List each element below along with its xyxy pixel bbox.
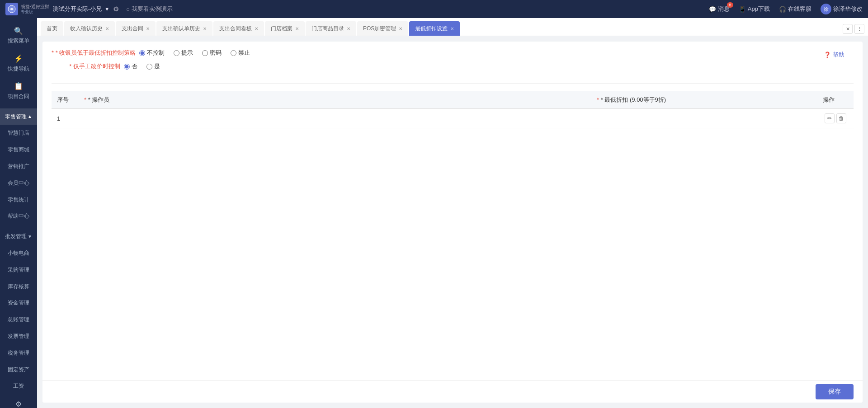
main-card: ❓ 帮助 * * 收银员低于最低折扣控制策略 不控制: [42, 42, 863, 403]
sidebar-item-payroll[interactable]: 工资: [0, 378, 37, 394]
sidebar-settings-button[interactable]: ⚙: [0, 394, 37, 408]
manual-yes-label: 是: [154, 62, 160, 70]
purchase-label: 采购管理: [8, 266, 29, 274]
sidebar-item-project[interactable]: 📋 项目合同: [0, 77, 37, 104]
tab-contract-board[interactable]: 支出合同看板 ✕: [213, 21, 264, 36]
settings-icon[interactable]: ⚙: [113, 5, 119, 13]
col-operator-header: * * 操作员: [79, 91, 591, 109]
shortcut-icon: ⚡: [14, 54, 23, 64]
sidebar-item-search[interactable]: 🔍 搜索菜单: [0, 22, 37, 49]
sidebar-item-ecommerce[interactable]: 小畅电商: [0, 245, 37, 262]
manual-label: * 仅手工改价时控制: [52, 62, 124, 70]
top-bar-right: 💬 消息 8 📱 App下载 🎧 在线客服 徐 徐泽华修改: [709, 4, 863, 14]
delete-button[interactable]: 🗑: [836, 113, 846, 123]
table-row: 1 ✏ 🗑: [52, 109, 854, 128]
policy-prohibit-radio[interactable]: [231, 50, 236, 56]
demo-link[interactable]: ○ 我要看实例演示: [126, 5, 173, 13]
sidebar-item-smart-store[interactable]: 智慧门店: [0, 125, 37, 141]
sidebar-item-finance[interactable]: 资金管理: [0, 295, 37, 311]
sidebar-item-tax[interactable]: 税务管理: [0, 345, 37, 361]
sidebar-item-online-store[interactable]: 零售商城: [0, 141, 37, 158]
project-selector[interactable]: 测试分开实际-小兄 ▼: [53, 5, 109, 13]
user-menu[interactable]: 徐 徐泽华修改: [821, 4, 863, 14]
marketing-label: 营销推广: [8, 163, 29, 170]
tab-pos-pwd[interactable]: POS加密管理 ✕: [357, 21, 408, 36]
online-support-button[interactable]: 🎧 在线客服: [779, 5, 811, 13]
tab-contract-board-close[interactable]: ✕: [255, 26, 258, 31]
policy-no-control-radio[interactable]: [139, 50, 145, 56]
row-operator: [79, 109, 591, 128]
sidebar-item-marketing[interactable]: 营销推广: [0, 158, 37, 175]
sidebar-item-fixed-assets[interactable]: 固定资产: [0, 361, 37, 378]
sidebar-item-accounting[interactable]: 总账管理: [0, 311, 37, 328]
save-button[interactable]: 保存: [816, 384, 854, 399]
invoice-label: 发票管理: [8, 333, 29, 340]
messages-button[interactable]: 💬 消息 8: [709, 5, 730, 13]
sidebar-item-purchase[interactable]: 采购管理: [0, 262, 37, 278]
row-action-buttons: ✏ 🗑: [823, 113, 848, 123]
sidebar-item-member[interactable]: 会员中心: [0, 175, 37, 192]
sidebar-item-inventory[interactable]: 库存核算: [0, 278, 37, 295]
tab-close-button[interactable]: ✕: [843, 24, 853, 34]
help-icon: ❓: [824, 52, 831, 58]
chevron-down-icon: ▼: [104, 6, 109, 12]
row-actions: ✏ 🗑: [817, 109, 854, 128]
page-content: ❓ 帮助 * * 收银员低于最低折扣控制策略 不控制: [37, 36, 868, 408]
tab-min-discount[interactable]: 最低折扣设置 ✕: [409, 21, 460, 36]
row-discount: [591, 109, 817, 128]
app-logo: 畅捷·通好业财 专业版: [5, 3, 49, 15]
tab-store-catalog[interactable]: 门店商品目录 ✕: [306, 21, 356, 36]
tabs-actions: ✕ ⋮: [843, 24, 864, 36]
user-name: 徐泽华修改: [833, 5, 863, 13]
manual-no[interactable]: 否: [124, 62, 137, 70]
sidebar-item-label: 项目合同: [8, 93, 29, 100]
project-name: 测试分开实际-小兄: [53, 5, 102, 13]
col-discount-header: * * 最低折扣 (9.00等于9折): [591, 91, 817, 109]
manual-yes[interactable]: 是: [146, 62, 160, 70]
tab-confirm-history-close[interactable]: ✕: [203, 26, 207, 31]
tab-contract-close[interactable]: ✕: [146, 26, 150, 31]
tax-label: 税务管理: [8, 349, 29, 357]
tab-home[interactable]: 首页: [41, 21, 63, 36]
tabs-bar: 首页 收入确认历史 ✕ 支出合同 ✕ 支出确认单历史 ✕ 支出合同看板 ✕ 门店…: [37, 18, 868, 36]
policy-no-control[interactable]: 不控制: [139, 49, 165, 57]
retail-stats-label: 零售统计: [8, 196, 29, 204]
inventory-label: 库存核算: [8, 283, 29, 291]
content-area: 首页 收入确认历史 ✕ 支出合同 ✕ 支出确认单历史 ✕ 支出合同看板 ✕ 门店…: [37, 18, 868, 408]
top-bar: 畅捷·通好业财 专业版 测试分开实际-小兄 ▼ ⚙ ○ 我要看实例演示 💬 消息…: [0, 0, 868, 18]
card-body: ❓ 帮助 * * 收银员低于最低折扣控制策略 不控制: [42, 42, 863, 380]
tab-contract[interactable]: 支出合同 ✕: [116, 21, 156, 36]
policy-hint[interactable]: 提示: [174, 49, 193, 57]
policy-prohibit-label: 禁止: [238, 49, 250, 57]
tab-confirm-history[interactable]: 支出确认单历史 ✕: [156, 21, 212, 36]
sidebar-item-retail-stats[interactable]: 零售统计: [0, 192, 37, 208]
tab-menu-button[interactable]: ⋮: [854, 24, 864, 34]
tab-min-discount-close[interactable]: ✕: [450, 26, 454, 31]
policy-password[interactable]: 密码: [202, 49, 222, 57]
policy-hint-radio[interactable]: [174, 50, 179, 56]
app-download-button[interactable]: 📱 App下载: [739, 5, 770, 13]
tab-store-files-close[interactable]: ✕: [295, 26, 299, 31]
tab-store-files[interactable]: 门店档案 ✕: [265, 21, 305, 36]
tab-income[interactable]: 收入确认历史 ✕: [64, 21, 115, 36]
policy-prohibit[interactable]: 禁止: [231, 49, 250, 57]
tab-income-close[interactable]: ✕: [105, 26, 109, 31]
help-label: 帮助中心: [8, 212, 29, 220]
policy-password-radio[interactable]: [202, 50, 208, 56]
col-seq-header: 序号: [52, 91, 79, 109]
sidebar-item-wholesale[interactable]: 批发管理 ▼: [0, 228, 37, 245]
sidebar-item-shortcut[interactable]: ⚡ 快捷导航: [0, 49, 37, 77]
required-mark: *: [52, 49, 56, 56]
sidebar-item-help[interactable]: 帮助中心: [0, 208, 37, 225]
help-button[interactable]: ❓ 帮助: [824, 51, 844, 59]
tab-pos-pwd-label: POS加密管理: [363, 25, 396, 33]
tab-pos-pwd-close[interactable]: ✕: [399, 26, 402, 31]
sidebar-item-invoice[interactable]: 发票管理: [0, 328, 37, 345]
edit-button[interactable]: ✏: [825, 113, 835, 123]
tab-store-catalog-close[interactable]: ✕: [347, 26, 350, 31]
smart-store-label: 智慧门店: [8, 129, 29, 137]
manual-no-radio[interactable]: [124, 64, 130, 70]
sidebar-item-retail[interactable]: 零售管理 ▲: [0, 108, 37, 125]
manual-yes-radio[interactable]: [146, 64, 152, 70]
col-actions-header: 操作: [817, 91, 854, 109]
